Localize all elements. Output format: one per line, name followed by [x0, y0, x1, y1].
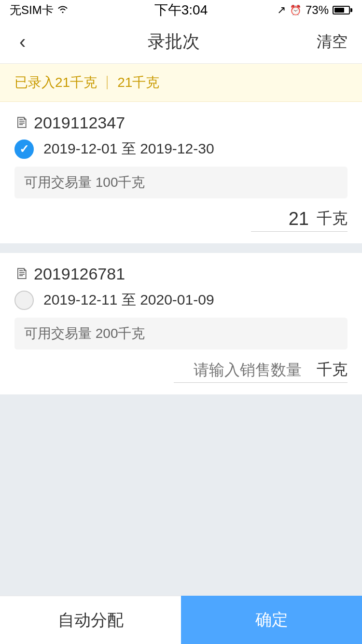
batch-1-header: 🖹 2019112347	[14, 113, 348, 132]
bottom-bar: 自动分配 确定	[0, 596, 362, 644]
recorded-amount: 已录入21千克	[14, 73, 97, 92]
status-bar-right: ↗ ⏰ 73%	[277, 3, 352, 17]
status-bar-left: 无SIM卡	[10, 2, 68, 18]
batch-1-bottom-space	[0, 232, 362, 243]
alarm-icon: ⏰	[290, 4, 302, 16]
batch-2-id: 2019126781	[34, 265, 125, 283]
wifi-icon	[57, 4, 68, 16]
empty-space	[0, 394, 362, 616]
batch-2-input-row: 千克	[0, 350, 362, 380]
batch-2-icon: 🖹	[14, 266, 29, 282]
batch-2-available: 可用交易量 200千克	[14, 318, 348, 350]
total-amount: 21千克	[117, 73, 159, 92]
confirm-button[interactable]: 确定	[181, 596, 362, 644]
batch-1-quantity-value: 21	[289, 209, 309, 229]
battery-icon	[333, 6, 352, 14]
status-bar-time: 下午3:04	[154, 1, 208, 19]
battery-percent: 73%	[306, 3, 329, 17]
batch-1-date: 2019-12-01 至 2019-12-30	[43, 139, 214, 159]
status-bar: 无SIM卡 下午3:04 ↗ ⏰ 73%	[0, 0, 362, 20]
info-divider	[107, 76, 108, 89]
content-area: 🖹 2019112347 2019-12-01 至 2019-12-30 可用交…	[0, 102, 362, 616]
batch-2-radio[interactable]	[14, 291, 34, 310]
batch-2-header: 🖹 2019126781	[14, 265, 348, 283]
batch-1-quantity-unit: 千克	[317, 208, 348, 229]
batch-1-quantity-row: 21 千克	[0, 198, 362, 229]
carrier-text: 无SIM卡	[10, 2, 54, 18]
batch-1-date-row: 2019-12-01 至 2019-12-30	[14, 139, 348, 159]
sale-quantity-input[interactable]	[174, 361, 309, 379]
batch-2-unit: 千克	[317, 359, 348, 380]
section-divider-1	[0, 243, 362, 253]
clear-button[interactable]: 清空	[317, 31, 348, 53]
back-button[interactable]: ‹	[14, 26, 30, 57]
batch-1-available: 可用交易量 100千克	[14, 167, 348, 198]
location-icon: ↗	[277, 4, 286, 16]
batch-1-radio[interactable]	[14, 140, 34, 159]
batch-1-id: 2019112347	[34, 113, 125, 132]
page-title: 录批次	[148, 30, 200, 54]
batch-2-date: 2019-12-11 至 2020-01-09	[43, 290, 214, 310]
nav-bar: ‹ 录批次 清空	[0, 20, 362, 64]
batch-card-2: 🖹 2019126781 2019-12-11 至 2020-01-09 可用交…	[0, 253, 362, 394]
batch-2-date-row: 2019-12-11 至 2020-01-09	[14, 290, 348, 310]
batch-card-1: 🖹 2019112347 2019-12-01 至 2019-12-30 可用交…	[0, 102, 362, 243]
batch-1-icon: 🖹	[14, 115, 29, 131]
auto-distribute-button[interactable]: 自动分配	[0, 596, 181, 644]
batch-2-bottom-space	[0, 383, 362, 394]
info-bar: 已录入21千克 21千克	[0, 64, 362, 102]
